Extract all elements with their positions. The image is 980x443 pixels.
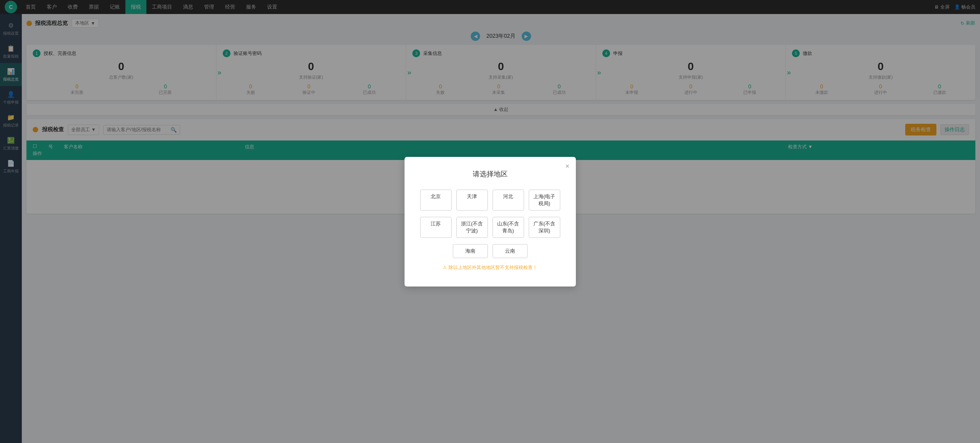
region-btn-yunnan[interactable]: 云南: [493, 244, 528, 258]
region-btn-zhejiang[interactable]: 浙江(不含宁波): [456, 217, 488, 238]
region-btn-shanghai[interactable]: 上海(电子税局): [529, 190, 560, 211]
region-btn-guangdong[interactable]: 广东(不含深圳): [529, 217, 560, 238]
region-select-modal: × 请选择地区 北京 天津 河北 上海(电子税局) 江苏 浙江(不含宁波) 山东…: [405, 157, 576, 287]
modal-close-button[interactable]: ×: [565, 162, 570, 171]
modal-warning: 除以上地区外其他地区暂不支持报税检查！: [420, 264, 560, 271]
region-btn-tianjin[interactable]: 天津: [456, 190, 488, 211]
region-btn-jiangsu[interactable]: 江苏: [420, 217, 452, 238]
region-row-1: 北京 天津 河北 上海(电子税局): [420, 190, 560, 211]
modal-title: 请选择地区: [420, 169, 560, 179]
region-btn-hainan[interactable]: 海南: [453, 244, 488, 258]
region-btn-hebei[interactable]: 河北: [493, 190, 524, 211]
region-btn-beijing[interactable]: 北京: [420, 190, 452, 211]
region-row-3: 海南 云南: [420, 244, 560, 258]
region-btn-shandong[interactable]: 山东(不含青岛): [493, 217, 524, 238]
modal-overlay[interactable]: × 请选择地区 北京 天津 河北 上海(电子税局) 江苏 浙江(不含宁波) 山东…: [0, 0, 980, 443]
region-row-2: 江苏 浙江(不含宁波) 山东(不含青岛) 广东(不含深圳): [420, 217, 560, 238]
